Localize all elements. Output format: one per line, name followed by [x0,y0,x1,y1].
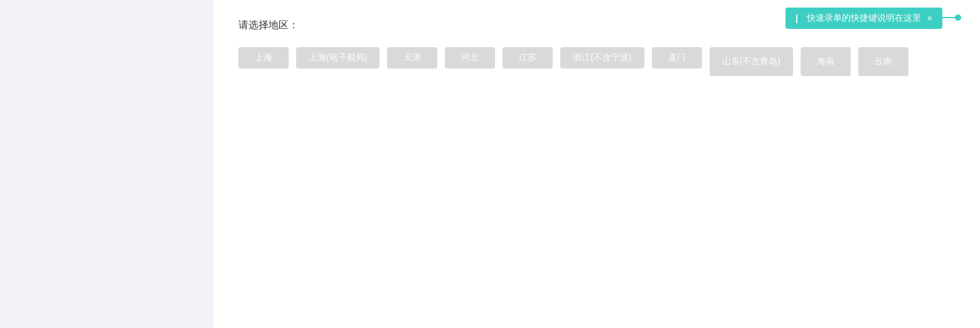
region-btn-jiangsu[interactable]: 江苏 [503,47,553,68]
region-buttons: 上海上海(电子税局)天津河北江苏浙江(不含宁波)厦门 山东(不含青岛)海南云南 [238,47,955,76]
region-btn-shanghai[interactable]: 上海 [238,47,289,68]
region-btn-hainan[interactable]: 海南 [801,47,851,76]
region-row-1: 上海上海(电子税局)天津河北江苏浙江(不含宁波)厦门 [238,47,702,68]
sidebar [0,0,213,328]
tooltip-close-button[interactable]: × [927,14,932,23]
region-row-2: 山东(不含青岛)海南云南 [710,47,908,76]
tooltip-text: 快速录单的快捷键说明在这里 [807,13,921,24]
region-btn-tianjin[interactable]: 天津 [387,47,437,68]
tooltip-dot [955,14,961,21]
tooltip-banner: 快速录单的快捷键说明在这里 × [786,8,942,29]
region-btn-shanghai-etax[interactable]: 上海(电子税局) [296,47,380,68]
main-content: 请选择地区： 上海上海(电子税局)天津河北江苏浙江(不含宁波)厦门 山东(不含青… [213,0,980,328]
region-btn-zhejiang[interactable]: 浙江(不含宁波) [560,47,644,68]
region-btn-hebei[interactable]: 河北 [445,47,495,68]
region-btn-shandong[interactable]: 山东(不含青岛) [710,47,793,76]
region-btn-xiamen[interactable]: 厦门 [652,47,702,68]
region-btn-yunnan[interactable]: 云南 [858,47,908,76]
